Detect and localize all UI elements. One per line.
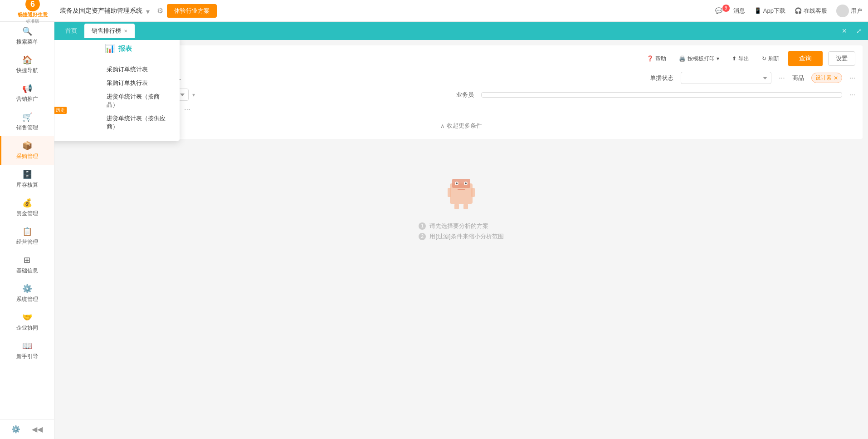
sidebar-item-quick[interactable]: 🏠 快捷导航 [0,50,54,79]
dropdown-item-incoming-goods[interactable]: 进货单统计表（按商品） [105,90,173,112]
logo-subtitle: 标准版 [26,18,39,25]
settings-icon[interactable]: ⚙ [157,6,163,15]
sidebar-item-label: 营销推广 [16,95,38,103]
dropdown-arrow-icon[interactable]: ▾ [146,7,153,15]
toolbar-row: ❓ 帮助 🖨️ 按模板打印 ▾ ⬆ 导出 ↻ 刷新 [67,51,855,66]
customer-dots[interactable]: ··· [184,105,190,113]
footer-collapse-icon[interactable]: ◀◀ [32,425,43,434]
sidebar-item-purchase[interactable]: 📦 采购管理 [0,136,54,165]
collapse-button[interactable]: ∧ 收起更多条件 [67,118,855,133]
tab-sales-rank-label: 销售排行榜 [92,27,121,35]
tab-home[interactable]: 首页 [58,24,84,38]
help-btn[interactable]: ❓ 帮助 [643,53,670,64]
tag-close-icon[interactable]: ✕ [834,75,838,81]
system-icon: ⚙️ [22,284,32,294]
svg-point-5 [465,183,467,184]
sidebar-item-search[interactable]: 🔍 搜索菜单 [0,22,54,50]
refresh-icon: ↻ [762,55,766,62]
step-2-text: 用[过滤]条件来缩小分析范围 [429,231,503,242]
step-1-text: 请先选择要分析的方案 [429,221,488,231]
user-action[interactable]: 用户 [836,5,863,17]
message-badge: 9 [722,5,730,12]
dropdown-item-purchase-cost[interactable]: 采购费用分摊单 历史 [54,104,75,117]
status-dots[interactable]: ··· [779,74,785,82]
sidebar-item-label: 企业协同 [16,324,38,332]
collapse-label: 收起更多条件 [447,122,482,130]
user-label: 用户 [851,7,863,15]
message-action[interactable]: 💬 9 消息 [715,7,745,15]
tab-expand-icon[interactable]: ⤢ [853,25,864,36]
sidebar-item-basic[interactable]: ⊞ 基础信息 [0,251,54,279]
sidebar-item-operation[interactable]: 📋 经营管理 [0,222,54,251]
phone-icon: 📱 [754,7,761,14]
goods-tag-text: 设计素 [815,74,832,82]
salesman-dots[interactable]: ··· [849,91,855,99]
sidebar-item-label: 经营管理 [16,238,38,246]
sidebar-item-marketing[interactable]: 📢 营销推广 [0,79,54,108]
filter-section: ❓ 帮助 🖨️ 按模板打印 ▾ ⬆ 导出 ↻ 刷新 [60,45,863,139]
salesman-label: 业务员 [456,91,474,99]
sidebar-item-newbie[interactable]: 📖 新手引导 [0,336,54,365]
active-indicator [0,136,1,165]
sidebar-item-label: 基础信息 [16,267,38,275]
tab-sales-rank[interactable]: 销售排行榜 ✕ [84,24,135,38]
message-label: 消息 [733,7,745,15]
step-2: 2 用[过滤]条件来缩小分析范围 [419,231,503,242]
incoming-supplier-label: 进货单统计表（按供应商） [107,114,171,131]
sidebar-item-label: 系统管理 [16,296,38,303]
sidebar-footer: ⚙️ ◀◀ [0,419,54,439]
help-label: 帮助 [655,55,666,63]
goods-dots[interactable]: ··· [849,74,855,82]
service-action[interactable]: 🎧 在线客服 [795,7,827,15]
empty-illustration [439,170,484,215]
status-label: 单据状态 [650,74,673,82]
status-select[interactable] [681,72,771,84]
industry-button[interactable]: 体验行业方案 [167,4,217,18]
po-stats-label: 采购订单统计表 [107,65,148,74]
empty-text: 1 请先选择要分析的方案 2 用[过滤]条件来缩小分析范围 [419,221,503,242]
tab-home-label: 首页 [65,27,77,35]
top-header: 6 畅捷通好生意 标准版 装备及固定资产辅助管理系统 ▾ ⚙ 体验行业方案 💬 … [0,0,868,22]
report-section: 📊 报表 采购订单统计表 采购订单执行表 进货单统计表（按商品） [105,44,173,133]
logo-title: 畅捷通好生意 [18,11,48,18]
refresh-btn[interactable]: ↻ 刷新 [758,53,783,64]
step-1: 1 请先选择要分析的方案 [419,221,503,231]
sidebar-item-sales[interactable]: 🛒 销售管理 [0,108,54,136]
dropdown-item-po-stats[interactable]: 采购订单统计表 [105,63,173,76]
dropdown-item-purchase-incoming[interactable]: 进货单 历史 [54,76,75,90]
sidebar-item-finance[interactable]: 💰 资金管理 [0,193,54,222]
dropdown-item-incoming-supplier[interactable]: 进货单统计表（按供应商） [105,112,173,133]
dropdown-columns: 🛒 采购业务 采购订单 历史 进货单 历史 进货退货 [54,44,172,133]
purchase-section-title: 🛒 采购业务 [54,44,75,57]
po-exec-label: 采购订单执行表 [107,79,148,87]
export-btn[interactable]: ⬆ 导出 [728,53,753,64]
filter-row-2: 排名项目 金额 ▾ 业务员 ··· [67,89,855,101]
step-2-num: 2 [419,233,426,240]
tab-close-icon[interactable]: ✕ [124,29,127,34]
sidebar-item-label: 采购管理 [16,153,38,160]
query-button[interactable]: 查询 [788,51,823,66]
dropdown-item-po-exec[interactable]: 采购订单执行表 [105,76,173,90]
dropdown-item-purchase-order[interactable]: 采购订单 历史 [54,63,75,76]
dropdown-divider [90,44,90,133]
enterprise-icon: 🤝 [22,312,32,322]
print-btn[interactable]: 🖨️ 按模板打印 ▾ [675,53,723,64]
report-section-title: 📊 报表 [105,44,173,57]
service-label: 在线客服 [804,7,827,15]
empty-state: 1 请先选择要分析的方案 2 用[过滤]条件来缩小分析范围 [60,143,863,269]
print-label: 按模板打印 [688,55,715,63]
refresh-label: 刷新 [768,55,779,63]
salesman-input[interactable] [481,92,842,98]
svg-point-4 [456,183,458,184]
sidebar-item-system[interactable]: ⚙️ 系统管理 [0,279,54,308]
settings-button[interactable]: 设置 [828,51,855,66]
sidebar-item-label: 快捷导航 [16,67,38,74]
system-title: 装备及固定资产辅助管理系统 [60,7,142,15]
app-download-action[interactable]: 📱 App下载 [754,7,785,15]
sidebar-item-enterprise[interactable]: 🤝 企业协同 [0,308,54,336]
dropdown-item-purchase-return[interactable]: 进货退货 [54,90,75,104]
sidebar-item-inventory[interactable]: 🗄️ 库存核算 [0,165,54,193]
svg-rect-8 [471,188,475,197]
footer-settings-icon[interactable]: ⚙️ [11,425,20,434]
tab-close-all-icon[interactable]: ✕ [839,25,850,36]
